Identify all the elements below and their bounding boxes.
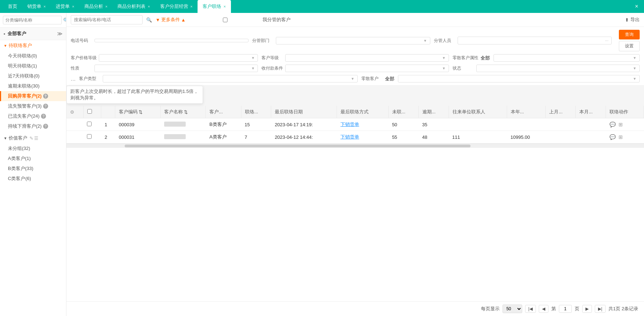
sidebar-item-overdue[interactable]: 逾期未联络(30): [0, 81, 66, 91]
status-select[interactable]: ▼: [476, 65, 640, 72]
retail-customer-select[interactable]: ▼: [398, 75, 640, 82]
sidebar-item-sustained-down[interactable]: 持续下滑客户(2) ?: [0, 121, 66, 131]
retail-attr-arrow-icon: ▼: [633, 56, 636, 60]
sidebar-pending-group[interactable]: ▼ 待联络客户: [0, 40, 66, 51]
grid-icon-1[interactable]: ⊞: [618, 134, 623, 140]
nav-product-analysis[interactable]: 商品分析 ×: [79, 0, 112, 13]
col-customer-type[interactable]: 客户...: [206, 106, 241, 118]
nav-purchase-order-close[interactable]: ×: [72, 4, 74, 9]
sidebar-search-input[interactable]: [3, 16, 62, 24]
more-dots-icon[interactable]: ...: [71, 76, 75, 82]
filter-dept: 分管部门 ▼: [252, 37, 430, 44]
nav-sales-order[interactable]: 销货单 ×: [22, 0, 51, 13]
page-input[interactable]: [559, 305, 572, 313]
row-checkbox-0[interactable]: [83, 118, 101, 131]
row-select-1[interactable]: [87, 134, 92, 139]
value-group-edit-icon[interactable]: ✎: [29, 136, 33, 141]
message-icon-0[interactable]: 💬: [610, 122, 616, 127]
nav-customer-tiered[interactable]: 客户分层经营 ×: [155, 0, 198, 13]
col-name[interactable]: 客户名称 ⇅: [161, 106, 206, 118]
sidebar-item-unclassified[interactable]: 未分组(32): [0, 143, 66, 154]
per-page-select[interactable]: 50 100 200: [502, 305, 522, 313]
code-sort[interactable]: 客户编码 ⇅: [119, 109, 143, 115]
customer-level-select[interactable]: ▼: [285, 54, 449, 62]
row-index-0: 1: [101, 118, 115, 131]
search-input[interactable]: [71, 15, 143, 24]
sidebar-item-a-class[interactable]: A类客户(1): [0, 154, 66, 164]
message-icon-1[interactable]: 💬: [610, 134, 616, 140]
col-last-contact-method[interactable]: 最后联络方式: [337, 106, 388, 118]
select-all-checkbox[interactable]: [87, 109, 92, 114]
more-conditions-button[interactable]: ▼ 更多条件 ▲: [156, 16, 186, 23]
name-sort[interactable]: 客户名称 ⇅: [164, 109, 188, 115]
row-method-link-0[interactable]: 下销货单: [340, 122, 359, 127]
horizontal-scrollbar[interactable]: [66, 143, 644, 148]
payment-select[interactable]: ▼: [285, 65, 449, 72]
retail-attr-select[interactable]: ▼: [494, 54, 640, 62]
nav-sales-order-close[interactable]: ×: [43, 4, 46, 9]
nav-product-analysis-close[interactable]: ×: [105, 4, 107, 9]
sidebar-value-group[interactable]: ▼ 价值客户 ✎ ☰: [0, 133, 66, 143]
prev-page-btn[interactable]: ◀: [539, 305, 548, 313]
first-page-btn[interactable]: |◀: [525, 305, 536, 313]
search-icon[interactable]: 🔍: [146, 17, 152, 23]
dept-select[interactable]: ▼: [276, 37, 430, 44]
col-checkbox[interactable]: [83, 106, 101, 118]
price-level-select[interactable]: ▼: [99, 54, 258, 62]
manager-select[interactable]: ···: [458, 37, 612, 44]
my-customer-checkbox[interactable]: [189, 18, 261, 22]
row-method-link-1[interactable]: 下销货单: [340, 134, 359, 140]
col-contact[interactable]: 联络...: [241, 106, 271, 118]
col-unread[interactable]: 未联...: [388, 106, 418, 118]
filter-icon: ▼: [156, 17, 160, 23]
gender-select[interactable]: ▼: [94, 65, 258, 72]
sidebar-search-icon[interactable]: 🔍: [63, 18, 66, 23]
sidebar-item-already-lost[interactable]: 已流失客户(24) ?: [0, 111, 66, 121]
row-last-contact-method-0[interactable]: 下销货单: [337, 118, 388, 131]
sidebar-fold-btn[interactable]: ≫: [57, 31, 62, 37]
col-overdue[interactable]: 逾期...: [418, 106, 449, 118]
sidebar-item-repurchase-abnormal[interactable]: 回购异常客户(2) ?: [0, 91, 66, 101]
export-icon: ⬆: [625, 17, 629, 23]
sidebar-item-lost-preview[interactable]: 流失预警客户(3) ?: [0, 101, 66, 111]
table-gear-icon[interactable]: ⚙: [70, 109, 74, 115]
col-settings[interactable]: ⚙: [66, 106, 83, 118]
nav-customer-contact[interactable]: 客户联络 ×: [198, 0, 231, 13]
nav-product-analysis-list[interactable]: 商品分析列表 ×: [112, 0, 155, 13]
sidebar-item-today[interactable]: 今天待联络(0): [0, 51, 66, 61]
col-this-month[interactable]: 本月...: [576, 106, 606, 118]
row-last-contact-method-1[interactable]: 下销货单: [337, 131, 388, 143]
export-button[interactable]: ⬆ 导出: [625, 16, 640, 23]
col-contact-person[interactable]: 往来单位联系人: [449, 106, 507, 118]
col-this-year[interactable]: 本年...: [507, 106, 546, 118]
col-last-contact-date[interactable]: 最后联络日期: [271, 106, 337, 118]
col-action: 联络动作: [606, 106, 644, 118]
scrollbar-thumb[interactable]: [125, 145, 470, 147]
customer-type-select[interactable]: ▼: [103, 75, 357, 82]
value-group-more-icon[interactable]: ☰: [34, 136, 38, 141]
filter-top-bar: 🔍 ▼ 更多条件 ▲ 我分管的客户 ⬆ 导出: [66, 13, 644, 27]
grid-icon-0[interactable]: ⊞: [618, 122, 623, 127]
next-page-btn[interactable]: ▶: [582, 305, 592, 313]
col-code[interactable]: 客户编码 ⇅: [115, 106, 161, 118]
sidebar-item-tomorrow[interactable]: 明天待联络(1): [0, 61, 66, 71]
filter-retail-customer: 零散客户 全部 ▼: [361, 75, 640, 82]
nav-home[interactable]: 首页: [3, 0, 22, 13]
sidebar-item-b-class[interactable]: B类客户(33): [0, 164, 66, 174]
nav-purchase-order[interactable]: 进货单 ×: [51, 0, 79, 13]
sidebar-item-c-class[interactable]: C类客户(6): [0, 174, 66, 184]
window-close-button[interactable]: ×: [632, 3, 641, 10]
col-last-month[interactable]: 上月...: [546, 106, 576, 118]
phone-input[interactable]: [94, 39, 249, 42]
sidebar-item-7days[interactable]: 近7天待联络(0): [0, 71, 66, 81]
row-this-month-0: [576, 118, 606, 131]
nav-customer-contact-close[interactable]: ×: [223, 4, 226, 9]
row-select-0[interactable]: [87, 122, 92, 126]
nav-product-analysis-list-close[interactable]: ×: [148, 4, 150, 9]
sidebar-all-customers[interactable]: ▪ 全部客户 ≫: [0, 28, 66, 40]
nav-customer-tiered-close[interactable]: ×: [190, 4, 193, 9]
row-checkbox-1[interactable]: [83, 131, 101, 143]
query-button[interactable]: 查询: [619, 30, 640, 39]
settings-button[interactable]: 设置: [619, 41, 640, 51]
last-page-btn[interactable]: ▶|: [595, 305, 606, 313]
